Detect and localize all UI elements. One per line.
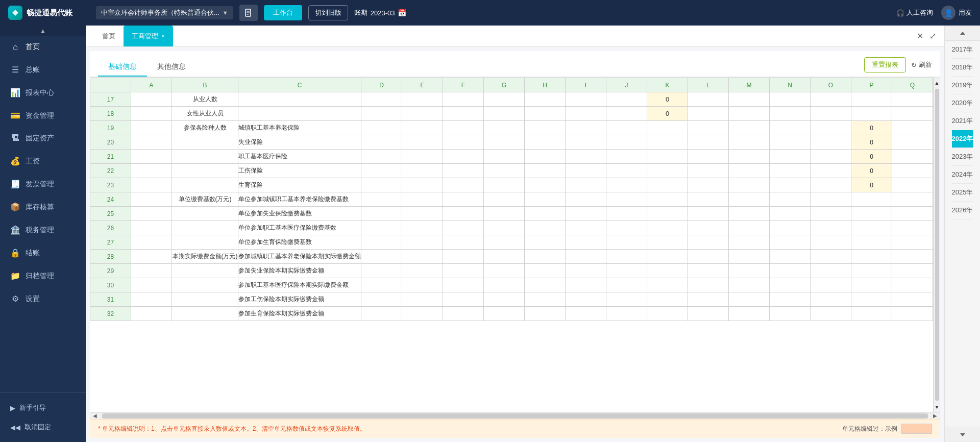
cell-19-A[interactable] xyxy=(131,121,172,135)
cell-32-J[interactable] xyxy=(606,307,647,321)
cell-31-C[interactable]: 参加工伤保险本期实际缴费金额 xyxy=(238,292,361,307)
cell-17-O[interactable] xyxy=(811,92,851,107)
cell-18-H[interactable] xyxy=(525,107,566,121)
cell-25-O[interactable] xyxy=(811,207,851,221)
cell-25-E[interactable] xyxy=(402,207,443,221)
cell-25-F[interactable] xyxy=(443,207,484,221)
cell-30-K[interactable] xyxy=(647,278,688,292)
col-header-i[interactable]: I xyxy=(566,78,606,92)
cell-23-P[interactable]: 0 xyxy=(851,178,892,192)
cell-30-Q[interactable] xyxy=(892,278,933,292)
cell-18-D[interactable] xyxy=(361,107,402,121)
cell-29-O[interactable] xyxy=(811,264,851,278)
sidebar-item-close[interactable]: 🔒 结账 xyxy=(0,241,86,264)
cell-27-O[interactable] xyxy=(811,235,851,250)
cell-29-M[interactable] xyxy=(729,264,770,278)
row-num-28[interactable]: 28 xyxy=(90,250,131,264)
cell-18-G[interactable] xyxy=(484,107,525,121)
sidebar-item-inventory[interactable]: 📦 库存核算 xyxy=(0,195,86,218)
cell-23-Q[interactable] xyxy=(892,178,933,192)
timeline-year-2026[interactable]: 2026年 xyxy=(952,202,973,219)
cell-24-K[interactable] xyxy=(647,192,688,207)
cell-18-K[interactable]: 0 xyxy=(647,107,688,121)
cell-20-C[interactable]: 失业保险 xyxy=(238,135,361,150)
cell-22-H[interactable] xyxy=(525,164,566,178)
cell-30-F[interactable] xyxy=(443,278,484,292)
cell-25-J[interactable] xyxy=(606,207,647,221)
cell-19-G[interactable] xyxy=(484,121,525,135)
cell-25-D[interactable] xyxy=(361,207,402,221)
cell-27-I[interactable] xyxy=(566,235,606,250)
col-header-m[interactable]: M xyxy=(729,78,770,92)
col-header-n[interactable]: N xyxy=(770,78,811,92)
cell-28-L[interactable] xyxy=(688,250,729,264)
window-close-button[interactable]: ✕ xyxy=(917,31,923,41)
cell-17-N[interactable] xyxy=(770,92,811,107)
cell-25-L[interactable] xyxy=(688,207,729,221)
cell-21-L[interactable] xyxy=(688,150,729,164)
vscroll-thumb[interactable] xyxy=(935,89,939,401)
col-header-k[interactable]: K xyxy=(647,78,688,92)
cell-21-Q[interactable] xyxy=(892,150,933,164)
cell-27-H[interactable] xyxy=(525,235,566,250)
cell-20-J[interactable] xyxy=(606,135,647,150)
cell-22-L[interactable] xyxy=(688,164,729,178)
cell-21-C[interactable]: 职工基本医疗保险 xyxy=(238,150,361,164)
cell-27-B[interactable] xyxy=(172,235,238,250)
vertical-scrollbar[interactable]: ▲ ▼ xyxy=(933,78,940,412)
col-header-p[interactable]: P xyxy=(851,78,892,92)
row-num-32[interactable]: 32 xyxy=(90,307,131,321)
cell-22-I[interactable] xyxy=(566,164,606,178)
sidebar-item-reports[interactable]: 📊 报表中心 xyxy=(0,81,86,104)
cell-19-Q[interactable] xyxy=(892,121,933,135)
cell-31-J[interactable] xyxy=(606,292,647,307)
cell-21-B[interactable] xyxy=(172,150,238,164)
workbench-button[interactable]: 工作台 xyxy=(264,5,302,20)
timeline-year-2017[interactable]: 2017年 xyxy=(952,41,973,59)
cell-27-M[interactable] xyxy=(729,235,770,250)
row-num-31[interactable]: 31 xyxy=(90,292,131,307)
cell-28-I[interactable] xyxy=(566,250,606,264)
row-num-24[interactable]: 24 xyxy=(90,192,131,207)
refresh-button[interactable]: ↻ 刷新 xyxy=(911,60,932,69)
col-header-h[interactable]: H xyxy=(525,78,566,92)
cell-22-Q[interactable] xyxy=(892,164,933,178)
timeline-nav-up[interactable] xyxy=(945,26,980,41)
row-num-30[interactable]: 30 xyxy=(90,278,131,292)
cell-30-C[interactable]: 参加职工基本医疗保险本期实际缴费金额 xyxy=(238,278,361,292)
cell-20-I[interactable] xyxy=(566,135,606,150)
tab-home[interactable]: 首页 xyxy=(94,26,124,47)
cell-32-A[interactable] xyxy=(131,307,172,321)
col-header-l[interactable]: L xyxy=(688,78,729,92)
cell-25-G[interactable] xyxy=(484,207,525,221)
cell-28-O[interactable] xyxy=(811,250,851,264)
cell-26-E[interactable] xyxy=(402,221,443,235)
cell-18-I[interactable] xyxy=(566,107,606,121)
cell-26-B[interactable] xyxy=(172,221,238,235)
sidebar-item-home[interactable]: ⌂ 首页 xyxy=(0,36,86,58)
cell-17-K[interactable]: 0 xyxy=(647,92,688,107)
sidebar-item-tax[interactable]: 🏦 税务管理 xyxy=(0,218,86,241)
cell-20-A[interactable] xyxy=(131,135,172,150)
cell-30-I[interactable] xyxy=(566,278,606,292)
cell-20-G[interactable] xyxy=(484,135,525,150)
vscroll-up[interactable]: ▲ xyxy=(935,78,940,88)
cell-29-I[interactable] xyxy=(566,264,606,278)
cell-29-L[interactable] xyxy=(688,264,729,278)
timeline-year-2020[interactable]: 2020年 xyxy=(952,94,973,112)
cell-26-Q[interactable] xyxy=(892,221,933,235)
cell-20-O[interactable] xyxy=(811,135,851,150)
timeline-nav-down[interactable] xyxy=(945,427,980,442)
reset-report-button[interactable]: 重置报表 xyxy=(864,57,906,72)
sheet-scroll[interactable]: A B C D E F G H I J xyxy=(90,78,933,412)
cell-23-H[interactable] xyxy=(525,178,566,192)
cell-19-E[interactable] xyxy=(402,121,443,135)
cell-20-M[interactable] xyxy=(729,135,770,150)
cell-27-C[interactable]: 单位参加生育保险缴费基数 xyxy=(238,235,361,250)
cell-26-P[interactable] xyxy=(851,221,892,235)
cell-17-I[interactable] xyxy=(566,92,606,107)
cell-22-E[interactable] xyxy=(402,164,443,178)
row-num-25[interactable]: 25 xyxy=(90,207,131,221)
cell-28-M[interactable] xyxy=(729,250,770,264)
cell-24-N[interactable] xyxy=(770,192,811,207)
